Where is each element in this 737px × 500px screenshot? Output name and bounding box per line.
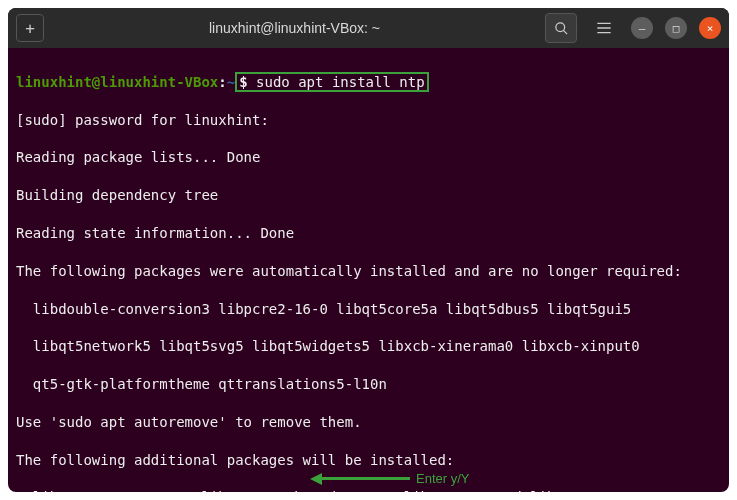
output-line: [sudo] password for linuxhint:: [16, 111, 721, 130]
svg-line-1: [563, 30, 567, 34]
search-button[interactable]: [545, 13, 577, 43]
terminal-window: + linuxhint@linuxhint-VBox: ~ — □ × linu…: [8, 8, 729, 492]
output-line: The following additional packages will b…: [16, 451, 721, 470]
output-line: libevent-core-2.1-7 libevent-pthreads-2.…: [16, 488, 721, 492]
output-line: libqt5network5 libqt5svg5 libqt5widgets5…: [16, 337, 721, 356]
prompt-colon: :: [218, 74, 226, 90]
output-line: Building dependency tree: [16, 186, 721, 205]
output-line: libdouble-conversion3 libpcre2-16-0 libq…: [16, 300, 721, 319]
window-title: linuxhint@linuxhint-VBox: ~: [52, 20, 537, 36]
close-button[interactable]: ×: [699, 17, 721, 39]
minimize-button[interactable]: —: [631, 17, 653, 39]
arrow-line: [320, 477, 410, 480]
titlebar: + linuxhint@linuxhint-VBox: ~ — □ ×: [8, 8, 729, 48]
output-line: Reading package lists... Done: [16, 148, 721, 167]
prompt-path: ~: [227, 74, 235, 90]
hamburger-menu-button[interactable]: [589, 13, 619, 43]
output-line: Use 'sudo apt autoremove' to remove them…: [16, 413, 721, 432]
hamburger-icon: [596, 21, 612, 35]
output-line: qt5-gtk-platformtheme qttranslations5-l1…: [16, 375, 721, 394]
command-highlight-box: $ sudo apt install ntp: [235, 72, 428, 92]
command-text: sudo apt install ntp: [248, 74, 425, 90]
annotation-arrow: Enter y/Y: [320, 471, 469, 486]
output-line: The following packages were automaticall…: [16, 262, 721, 281]
output-line: Reading state information... Done: [16, 224, 721, 243]
prompt-dollar: $: [239, 74, 247, 90]
annotation-text: Enter y/Y: [416, 471, 469, 486]
terminal-body[interactable]: linuxhint@linuxhint-VBox:~$ sudo apt ins…: [8, 48, 729, 492]
arrow-head-icon: [310, 473, 322, 485]
svg-point-0: [555, 22, 564, 31]
new-tab-button[interactable]: +: [16, 14, 44, 42]
maximize-button[interactable]: □: [665, 17, 687, 39]
search-icon: [554, 21, 569, 36]
prompt-userhost: linuxhint@linuxhint-VBox: [16, 74, 218, 90]
